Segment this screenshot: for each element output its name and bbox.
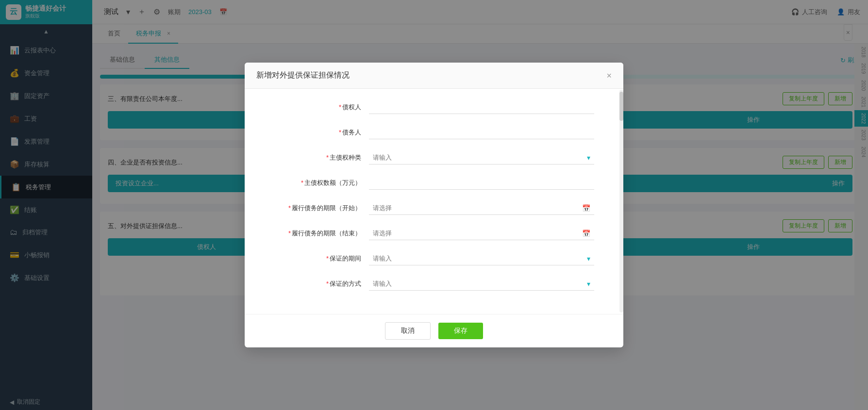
- debtor-input[interactable]: [369, 126, 594, 139]
- modal-scrollbar-track: [619, 90, 623, 312]
- period-start-label: *履行债务的期限（开始）: [274, 204, 361, 213]
- guarantee-period-select-wrapper: ▾: [369, 252, 594, 265]
- save-button[interactable]: 保存: [438, 323, 483, 339]
- chevron-down-icon-guarantee-method: ▾: [587, 280, 590, 288]
- debt-type-select-wrapper: ▾: [369, 151, 594, 164]
- cancel-button[interactable]: 取消: [385, 322, 431, 340]
- debt-type-select[interactable]: [369, 151, 594, 164]
- debtor-label: *债务人: [274, 128, 361, 137]
- chevron-down-icon-guarantee-period: ▾: [587, 255, 590, 262]
- form-row-debtor: *债务人: [274, 126, 594, 139]
- calendar-icon-end[interactable]: 📅: [582, 230, 590, 237]
- guarantee-method-select-wrapper: ▾: [369, 277, 594, 291]
- form-row-guarantee-method: *保证的方式 ▾: [274, 277, 594, 291]
- debt-amount-label: *主债权数额（万元）: [274, 179, 361, 187]
- required-mark6: *: [288, 230, 291, 237]
- period-end-input[interactable]: [369, 227, 594, 240]
- required-mark4: *: [301, 179, 303, 186]
- period-start-input[interactable]: [369, 201, 594, 214]
- required-mark7: *: [326, 255, 329, 262]
- chevron-down-icon-debt-type: ▾: [587, 154, 590, 162]
- guarantee-method-select[interactable]: [369, 277, 594, 290]
- required-mark3: *: [326, 154, 329, 161]
- creditor-input[interactable]: [369, 100, 594, 114]
- required-mark8: *: [326, 280, 329, 287]
- modal-header: 新增对外提供保证担保情况 ×: [245, 63, 623, 89]
- period-end-label: *履行债务的期限（结束）: [274, 229, 361, 238]
- required-mark: *: [339, 103, 341, 111]
- form-row-creditor: *债权人: [274, 100, 594, 114]
- form-row-debt-type: *主债权种类 ▾: [274, 151, 594, 164]
- guarantee-period-select[interactable]: [369, 252, 594, 265]
- form-row-period-end: *履行债务的期限（结束） 📅: [274, 227, 594, 240]
- modal-footer: 取消 保存: [245, 314, 623, 347]
- debt-type-label: *主债权种类: [274, 153, 361, 162]
- creditor-label: *债权人: [274, 103, 361, 112]
- form-row-period-start: *履行债务的期限（开始） 📅: [274, 201, 594, 215]
- required-mark5: *: [288, 204, 291, 212]
- modal-dialog: 新增对外提供保证担保情况 × *债权人 *债务人 *主债权种类: [245, 63, 623, 347]
- form-row-debt-amount: *主债权数额（万元）: [274, 176, 594, 190]
- modal-scrollbar-thumb[interactable]: [619, 92, 623, 121]
- calendar-icon-start[interactable]: 📅: [582, 204, 590, 212]
- guarantee-period-label: *保证的期间: [274, 254, 361, 263]
- modal-overlay: 新增对外提供保证担保情况 × *债权人 *债务人 *主债权种类: [0, 0, 868, 410]
- form-row-guarantee-period: *保证的期间 ▾: [274, 252, 594, 265]
- period-start-date-wrapper: 📅: [369, 201, 594, 215]
- modal-body: *债权人 *债务人 *主债权种类 ▾: [245, 89, 623, 314]
- guarantee-method-label: *保证的方式: [274, 279, 361, 288]
- modal-title: 新增对外提供保证担保情况: [256, 70, 350, 81]
- modal-close-button[interactable]: ×: [606, 71, 612, 80]
- period-end-date-wrapper: 📅: [369, 227, 594, 240]
- required-mark2: *: [339, 129, 341, 136]
- debt-amount-input[interactable]: [369, 176, 594, 190]
